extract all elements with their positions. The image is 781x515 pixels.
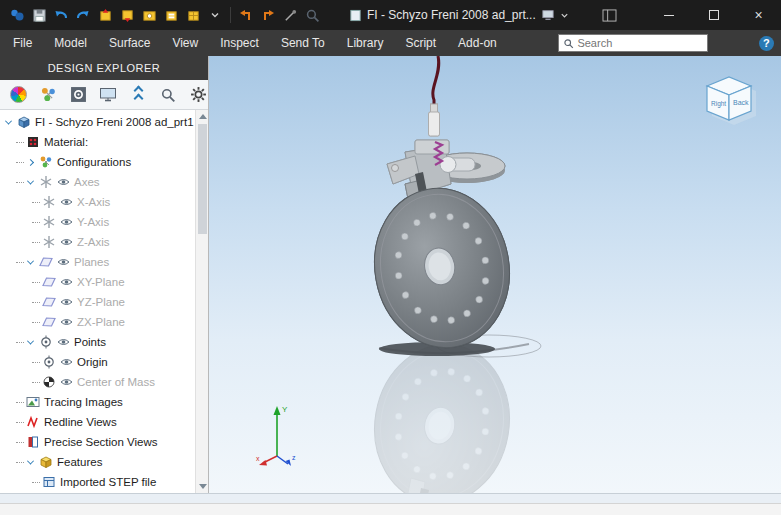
- status-bar: [0, 503, 781, 515]
- redline-views-icon: [26, 415, 40, 429]
- scroll-up-icon[interactable]: [199, 114, 207, 119]
- eye-icon[interactable]: [60, 277, 73, 287]
- eye-icon[interactable]: [57, 257, 70, 267]
- design-explorer-panel: DESIGN EXPLORER FI -: [0, 56, 209, 493]
- save-icon[interactable]: [28, 4, 50, 26]
- menu-view[interactable]: View: [161, 30, 209, 56]
- snapshot-icon[interactable]: [138, 4, 160, 26]
- part-icon: [17, 115, 31, 129]
- menu-add-on[interactable]: Add-on: [447, 30, 508, 56]
- eye-icon[interactable]: [60, 357, 73, 367]
- maximize-button[interactable]: [691, 0, 736, 30]
- tree-item-configurations[interactable]: Configurations: [0, 152, 208, 172]
- zoom-tool-icon[interactable]: [301, 4, 323, 26]
- horizontal-scrollbar[interactable]: [0, 493, 781, 503]
- axis-icon: [42, 195, 56, 209]
- explorer-search-icon[interactable]: [158, 85, 178, 105]
- menu-file[interactable]: File: [2, 30, 43, 56]
- axis-icon: [42, 215, 56, 229]
- tree-item-zx-plane[interactable]: ZX-Plane: [0, 312, 208, 332]
- gear-icon[interactable]: [188, 85, 208, 105]
- chevron-down-icon[interactable]: [27, 337, 34, 344]
- tree-item-features[interactable]: Features: [0, 452, 208, 472]
- minimize-button[interactable]: [646, 0, 691, 30]
- collapse-all-icon[interactable]: [128, 85, 148, 105]
- eye-icon[interactable]: [60, 317, 73, 327]
- menu-library[interactable]: Library: [336, 30, 395, 56]
- pin-icon[interactable]: [279, 4, 301, 26]
- configurations-toolbar-icon[interactable]: [38, 85, 58, 105]
- menu-model[interactable]: Model: [43, 30, 98, 56]
- center-of-mass-icon: [42, 375, 56, 389]
- eye-icon[interactable]: [60, 197, 73, 207]
- window-layout-icon[interactable]: [599, 4, 621, 26]
- eye-icon[interactable]: [60, 377, 73, 387]
- window-title: FI - Schyzo Freni 2008 ad_prt...: [349, 8, 569, 22]
- search-icon: [563, 38, 574, 49]
- tree-item-planes[interactable]: Planes: [0, 252, 208, 272]
- triad-x-label: x: [256, 455, 260, 462]
- menu-script[interactable]: Script: [394, 30, 447, 56]
- eye-icon[interactable]: [60, 297, 73, 307]
- chevron-down-icon[interactable]: [27, 257, 34, 264]
- menu-send-to[interactable]: Send To: [270, 30, 336, 56]
- publish-icon[interactable]: [160, 4, 182, 26]
- title-dropdown-chevron-icon[interactable]: [560, 11, 569, 20]
- tree-item-xy-plane[interactable]: XY-Plane: [0, 272, 208, 292]
- tree-item-z-axis[interactable]: Z-Axis: [0, 232, 208, 252]
- section-views-icon: [26, 435, 40, 449]
- tree-item-precise-section-views[interactable]: Precise Section Views: [0, 432, 208, 452]
- close-button[interactable]: ×: [736, 0, 781, 30]
- display-options-icon[interactable]: [98, 85, 118, 105]
- tree-item-origin[interactable]: Origin: [0, 352, 208, 372]
- origin-icon: [42, 355, 56, 369]
- tree-item-yz-plane[interactable]: YZ-Plane: [0, 292, 208, 312]
- chevron-down-icon[interactable]: [5, 117, 12, 124]
- tree-scrollbar[interactable]: [195, 110, 208, 493]
- tree-item-axes[interactable]: Axes: [0, 172, 208, 192]
- tree-item-x-axis[interactable]: X-Axis: [0, 192, 208, 212]
- tools-icon[interactable]: [68, 85, 88, 105]
- tree-item-imported-step-file[interactable]: Imported STEP file: [0, 472, 208, 492]
- display-icon[interactable]: [541, 9, 555, 21]
- bent-arrow-right-icon[interactable]: [257, 4, 279, 26]
- chevron-down-icon[interactable]: [27, 457, 34, 464]
- redo-icon[interactable]: [72, 4, 94, 26]
- scrollbar-thumb[interactable]: [198, 124, 207, 234]
- tree-item-center-of-mass[interactable]: Center of Mass: [0, 372, 208, 392]
- plane-icon: [42, 295, 56, 309]
- palette-icon[interactable]: [8, 85, 28, 105]
- tree-item-material[interactable]: Material:: [0, 132, 208, 152]
- eye-icon[interactable]: [60, 237, 73, 247]
- chevron-right-icon[interactable]: [27, 158, 34, 165]
- view-cube-right-face-label[interactable]: Back: [733, 99, 749, 106]
- tree-item-tracing-images[interactable]: Tracing Images: [0, 392, 208, 412]
- 3d-viewport[interactable]: Right Back Y x z: [209, 56, 781, 493]
- chevron-down-icon[interactable]: [27, 177, 34, 184]
- search-box[interactable]: [558, 34, 708, 52]
- eye-icon[interactable]: [57, 177, 70, 187]
- axis-icon: [42, 235, 56, 249]
- bent-arrow-left-icon[interactable]: [235, 4, 257, 26]
- scroll-down-icon[interactable]: [199, 484, 207, 489]
- tree-item-root-part[interactable]: FI - Schyzo Freni 2008 ad_prt1: [0, 112, 208, 132]
- maximize-icon: [709, 10, 719, 20]
- package-icon[interactable]: [182, 4, 204, 26]
- tree-item-points[interactable]: Points: [0, 332, 208, 352]
- menu-inspect[interactable]: Inspect: [209, 30, 270, 56]
- eye-icon[interactable]: [60, 217, 73, 227]
- import-package-icon[interactable]: [116, 4, 138, 26]
- view-cube-left-face-label[interactable]: Right: [711, 100, 726, 108]
- toolbar-dropdown-chevron-icon[interactable]: [204, 4, 226, 26]
- tree-item-y-axis[interactable]: Y-Axis: [0, 212, 208, 232]
- undo-icon[interactable]: [50, 4, 72, 26]
- menu-surface[interactable]: Surface: [98, 30, 161, 56]
- main-area: DESIGN EXPLORER FI -: [0, 56, 781, 493]
- search-input[interactable]: [577, 37, 695, 49]
- view-cube[interactable]: Right Back: [695, 68, 765, 128]
- eye-icon[interactable]: [57, 337, 70, 347]
- points-icon: [39, 335, 53, 349]
- export-package-icon[interactable]: [94, 4, 116, 26]
- help-button[interactable]: ?: [759, 36, 774, 51]
- tree-item-redline-views[interactable]: Redline Views: [0, 412, 208, 432]
